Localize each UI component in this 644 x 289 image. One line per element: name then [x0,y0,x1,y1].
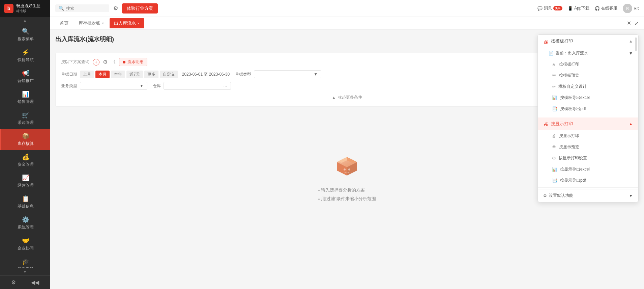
this-year-btn[interactable]: 本年 [111,71,125,78]
template-section-chevron-icon: ▲ [629,39,633,44]
sidebar-item-sales[interactable]: 📊 销售管理 [0,87,50,108]
display-preview-label: 按显示预览 [559,144,579,150]
sidebar-scroll-up[interactable]: ▲ [0,17,50,24]
message-label: 消息 [544,5,552,11]
scrollbar-thumb [635,37,637,51]
app-download-btn[interactable]: 📱 App下载 [568,5,589,11]
settings-button[interactable]: ⚙ [11,279,16,286]
sidebar-item-finance[interactable]: 💰 资金管理 [0,150,50,171]
filter-active-tag[interactable]: 流水明细 [119,58,147,66]
template-export-pdf-item[interactable]: 📑 按模板导出pdf [538,103,638,114]
template-custom-icon: ✏ [552,84,556,89]
app-logo-icon: b [4,4,13,13]
warehouse-select[interactable]: … [164,82,231,90]
tab-batch-account-close[interactable]: × [102,21,104,25]
sidebar-item-system[interactable]: ⚙️ 系统管理 [0,213,50,234]
sidebar-scroll-down[interactable]: ▼ [0,268,50,275]
current-template-header[interactable]: 📄 当前：出入库流水 ▼ [538,48,638,59]
user-avatar-btn[interactable]: R Rit [623,4,639,13]
date-range: 2023-06-01 至 2023-06-30 [182,72,230,77]
more-date-btn[interactable]: 更多 [144,71,158,78]
message-btn[interactable]: 💬 消息 99+ [537,5,562,11]
sidebar-item-search[interactable]: 🔍 搜索菜单 [0,24,50,45]
display-export-pdf-item[interactable]: 📑 按显示导出pdf [538,175,638,186]
set-default-btn[interactable]: ⚙ 设置默认功能 ▼ [538,189,638,202]
sidebar-nav: 🔍 搜索菜单 ⚡ 快捷导航 📢 营销推广 📊 销售管理 🛒 采购管理 📦 库存核… [0,24,50,268]
message-icon: 💬 [537,6,543,11]
search-input[interactable] [66,6,106,11]
template-custom-label: 模板自定义设计 [558,84,587,89]
template-print-item[interactable]: 🖨 按模板打印 [538,59,638,70]
sidebar-item-label-operation: 经营管理 [18,183,34,188]
filter-active-tag-label: 流水明细 [127,59,144,65]
sidebar-item-enterprise[interactable]: 🤝 企业协同 [0,234,50,255]
current-template-label: 当前：出入库流水 [556,50,588,56]
settings-icon[interactable]: ⚙ [113,5,118,11]
inventory-icon: 📦 [22,132,29,140]
set-default-label: 设置默认功能 [549,193,573,199]
page-title: 出入库流水(流水明细) [55,35,114,43]
sidebar-item-basic[interactable]: 📋 基础信息 [0,192,50,213]
dropdown-separator-2 [538,187,638,188]
display-print-item[interactable]: 🖨 按显示打印 [538,130,638,141]
display-section-chevron-icon: ▲ [629,122,633,126]
last-7-days-btn[interactable]: 近7天 [126,71,143,78]
maximize-icon[interactable]: ⤢ [635,21,639,26]
tab-batch-account[interactable]: 库存批次账 × [74,18,108,28]
template-print-section-label: 按模板打印 [551,38,573,44]
template-print-section-icon: 🖨 [543,38,548,44]
sidebar-bottom: ⚙ ◀◀ [0,275,50,289]
tabs-close-all-button[interactable]: ✕ [627,20,631,26]
template-print-section-header[interactable]: 🖨 按模板打印 ▲ [538,35,638,48]
page-content: 出入库流水(流水明细) 🖨 按模板打印 ▲ ↑ 导出 ↺ 刷新 [50,30,644,289]
business-type-select[interactable]: ▼ [80,82,147,90]
template-print-label: 按模板打印 [559,61,579,67]
print-dropdown-panel: 🖨 按模板打印 ▲ 📄 当前：出入库流水 ▼ 🖨 按模板打印 👁 [537,34,639,202]
display-print-icon: 🖨 [552,133,556,138]
search-box[interactable]: 🔍 [55,4,109,12]
sidebar-item-quick-nav[interactable]: ⚡ 快捷导航 [0,45,50,66]
sidebar-item-purchase[interactable]: 🛒 采购管理 [0,108,50,129]
display-print-settings-item[interactable]: ⚙ 按显示打印设置 [538,153,638,164]
sidebar-item-marketing[interactable]: 📢 营销推广 [0,66,50,87]
app-name: 畅捷通好生意 [16,3,40,9]
basic-icon: 📋 [22,195,29,203]
filter-add-button[interactable]: + [93,59,99,65]
operation-icon: 📈 [22,174,29,182]
filter-settings-icon[interactable]: ⚙ [103,59,108,65]
dropdown-scrollbar[interactable] [636,35,638,202]
svg-point-5 [344,168,346,170]
template-export-excel-item[interactable]: 📊 按模板导出excel [538,92,638,103]
template-custom-item[interactable]: ✏ 模板自定义设计 [538,81,638,92]
sidebar-item-label-sales: 销售管理 [18,99,34,105]
template-preview-item[interactable]: 👁 按模板预览 [538,70,638,81]
display-print-section-header[interactable]: 🖨 按显示打印 ▲ [538,117,638,130]
sidebar-item-label-purchase: 采购管理 [18,120,34,126]
date-field: 单据日期 上月 本月 本年 近7天 更多 自定义 2023-06-01 至 20… [61,71,230,78]
tab-inout-flow[interactable]: 出入库流水 × [110,18,144,28]
app-download-label: App下载 [574,5,589,11]
tab-inout-flow-label: 出入库流水 [114,20,136,26]
tab-home[interactable]: 首页 [55,18,73,28]
sidebar-item-inventory[interactable]: 📦 库存核算 [0,129,50,150]
sidebar-item-newbie[interactable]: 🎓 新手引导 [0,255,50,268]
warehouse-label: 仓库 [153,83,161,89]
sidebar-item-operation[interactable]: 📈 经营管理 [0,171,50,192]
tab-inout-flow-close[interactable]: × [137,21,139,25]
sidebar-item-label-quick-nav: 快捷导航 [18,57,34,63]
doc-type-select[interactable]: ▼ [254,70,321,78]
trial-button[interactable]: 体验行业方案 [122,3,158,14]
search-icon: 🔍 [59,6,64,11]
custom-date-btn[interactable]: 自定义 [160,71,178,78]
this-month-btn[interactable]: 本月 [95,71,110,78]
last-month-btn[interactable]: 上月 [80,71,94,78]
collapse-button[interactable]: ◀◀ [31,279,39,286]
display-preview-item[interactable]: 👁 按显示预览 [538,141,638,153]
display-export-excel-item[interactable]: 📊 按显示导出excel [538,164,638,175]
display-excel-icon: 📊 [552,167,557,172]
message-badge: 99+ [553,6,562,10]
online-service-btn[interactable]: 🎧 在线客服 [595,5,617,11]
filter-collapse-icon[interactable]: 《 [111,59,116,65]
doc-type-field: 单据类型 ▼ [235,70,321,78]
template-pdf-icon: 📑 [552,106,557,111]
